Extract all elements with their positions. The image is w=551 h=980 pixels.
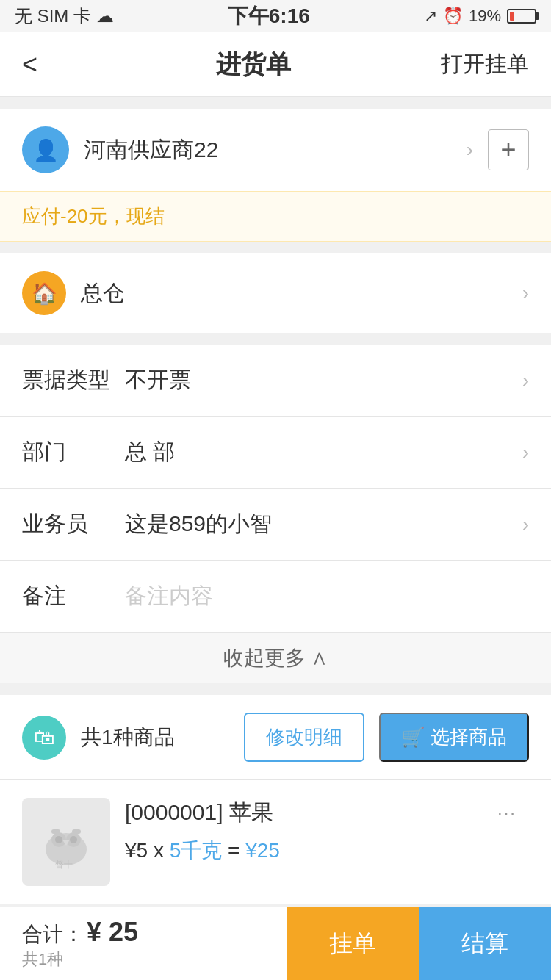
invoice-type-row[interactable]: 票据类型 不开票 › bbox=[0, 345, 551, 416]
unit-price: ¥5 bbox=[125, 839, 148, 862]
product-title: 苹果 bbox=[229, 800, 273, 824]
cart-icon: 🛒 bbox=[401, 726, 425, 749]
alarm-icon: ⏰ bbox=[443, 7, 463, 26]
divider-3 bbox=[0, 333, 551, 345]
supplier-name: 河南供应商22 bbox=[84, 135, 467, 165]
total-amount: ¥ 25 bbox=[87, 917, 138, 948]
salesperson-row[interactable]: 业务员 这是859的小智 › bbox=[0, 489, 551, 560]
supplier-row: 👤 河南供应商22 › + bbox=[0, 109, 551, 191]
warehouse-arrow-icon: › bbox=[522, 281, 529, 305]
select-product-button[interactable]: 🛒 选择商品 bbox=[379, 713, 529, 762]
total-section: 合计： ¥ 25 共1种 bbox=[0, 907, 287, 980]
product-info: [0000001] 苹果 ¥5 x 5千克 = ¥25 bbox=[125, 798, 485, 865]
open-pending-button[interactable]: 打开挂单 bbox=[441, 49, 529, 79]
battery-icon bbox=[507, 9, 536, 24]
supplier-avatar: 👤 bbox=[22, 126, 69, 173]
pending-button[interactable]: 挂单 bbox=[287, 907, 419, 980]
status-right: ↗ ⏰ 19% bbox=[424, 7, 536, 26]
product-name: [0000001] 苹果 bbox=[125, 798, 485, 828]
page-title: 进货单 bbox=[216, 48, 291, 82]
invoice-type-arrow-icon: › bbox=[522, 369, 529, 392]
product-code: [0000001] bbox=[125, 800, 223, 824]
select-product-label: 选择商品 bbox=[431, 724, 507, 750]
invoice-type-label: 票据类型 bbox=[22, 365, 125, 395]
divider-2 bbox=[0, 242, 551, 253]
warehouse-icon: 🏠 bbox=[22, 271, 66, 315]
supplier-arrow-icon[interactable]: › bbox=[467, 138, 473, 162]
avatar-icon: 👤 bbox=[33, 138, 59, 162]
product-qty: 5千克 bbox=[170, 839, 223, 862]
divider-1 bbox=[0, 97, 551, 109]
equals-sign: = bbox=[228, 839, 245, 862]
checkout-button[interactable]: 结算 bbox=[419, 907, 551, 980]
department-value: 总 部 bbox=[125, 437, 522, 467]
status-bar: 无 SIM 卡 ☁ 下午6:16 ↗ ⏰ 19% bbox=[0, 0, 551, 32]
salesperson-arrow-icon: › bbox=[522, 513, 529, 536]
warehouse-name: 总仓 bbox=[81, 278, 522, 309]
invoice-type-value: 不开票 bbox=[125, 365, 522, 395]
collapse-label: 收起更多 ∧ bbox=[223, 644, 328, 672]
location-icon: ↗ bbox=[424, 7, 437, 26]
battery-text: 19% bbox=[469, 7, 501, 26]
department-arrow-icon: › bbox=[522, 441, 529, 464]
product-price: ¥5 x 5千克 = ¥25 bbox=[125, 837, 485, 865]
edit-detail-button[interactable]: 修改明细 bbox=[244, 713, 364, 762]
product-count-icon: 🛍 bbox=[22, 716, 66, 760]
divider-4 bbox=[0, 683, 551, 695]
product-item: 督十 [0000001] 苹果 ¥5 x 5千克 = ¥25 ··· bbox=[0, 780, 551, 904]
status-time: 下午6:16 bbox=[228, 2, 310, 30]
product-count-text: 共1种商品 bbox=[81, 724, 229, 752]
collapse-button[interactable]: 收起更多 ∧ bbox=[0, 632, 551, 683]
bottom-bar: 合计： ¥ 25 共1种 挂单 结算 bbox=[0, 907, 551, 980]
department-row[interactable]: 部门 总 部 › bbox=[0, 417, 551, 488]
salesperson-value: 这是859的小智 bbox=[125, 509, 522, 539]
back-button[interactable]: < bbox=[22, 49, 66, 80]
svg-point-3 bbox=[55, 836, 62, 843]
remark-label: 备注 bbox=[22, 581, 125, 611]
status-left: 无 SIM 卡 ☁ bbox=[15, 4, 114, 28]
alert-banner: 应付-20元，现结 bbox=[0, 191, 551, 242]
svg-rect-7 bbox=[72, 829, 81, 834]
nav-bar: < 进货单 打开挂单 bbox=[0, 32, 551, 97]
remark-placeholder: 备注内容 bbox=[125, 581, 529, 611]
warehouse-section: 🏠 总仓 › bbox=[0, 253, 551, 333]
warehouse-row[interactable]: 🏠 总仓 › bbox=[0, 253, 551, 333]
price-separator: x bbox=[154, 839, 170, 862]
product-section: 🛍 共1种商品 修改明细 🛒 选择商品 督十 bbox=[0, 695, 551, 904]
product-thumbnail: 督十 bbox=[22, 798, 110, 886]
supplier-section: 👤 河南供应商22 › + 应付-20元，现结 bbox=[0, 109, 551, 242]
product-more-button[interactable]: ··· bbox=[485, 798, 529, 827]
shopping-bag-icon: 🛍 bbox=[34, 725, 54, 749]
total-count: 共1种 bbox=[22, 948, 264, 970]
add-supplier-button[interactable]: + bbox=[488, 129, 529, 170]
product-header: 🛍 共1种商品 修改明细 🛒 选择商品 bbox=[0, 695, 551, 779]
sim-status: 无 SIM 卡 ☁ bbox=[15, 4, 114, 28]
remark-row[interactable]: 备注 备注内容 bbox=[0, 561, 551, 632]
svg-rect-6 bbox=[51, 829, 60, 834]
total-label: 合计： bbox=[22, 920, 84, 948]
form-section: 票据类型 不开票 › 部门 总 部 › 业务员 这是859的小智 › 备注 备注… bbox=[0, 345, 551, 632]
svg-text:督十: 督十 bbox=[55, 860, 73, 870]
svg-point-4 bbox=[70, 836, 77, 843]
salesperson-label: 业务员 bbox=[22, 509, 125, 539]
product-total: ¥25 bbox=[245, 839, 280, 862]
department-label: 部门 bbox=[22, 437, 125, 467]
product-thumb-svg: 督十 bbox=[33, 809, 99, 875]
